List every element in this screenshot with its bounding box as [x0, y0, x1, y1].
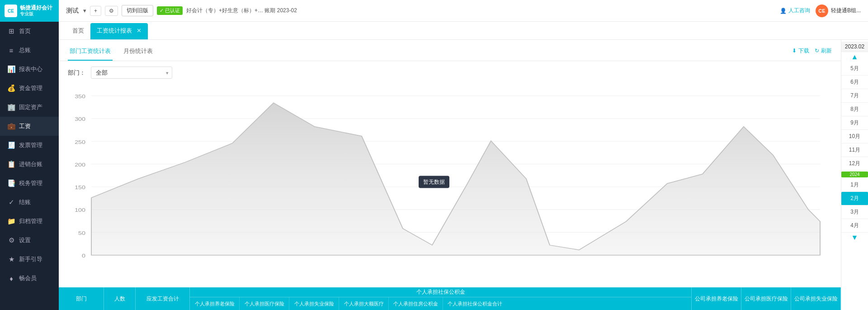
ledger-icon: ≡	[7, 47, 15, 54]
col-medical: 个人承担医疗保险	[240, 297, 289, 310]
sidebar-nav: ⊞ 首页 ≡ 总账 📊 报表中心 💰 资金管理 🏢 固定资产 💼 工资 🧾 发票…	[0, 22, 59, 310]
purchase-icon: 📋	[7, 160, 15, 168]
tax-icon: 📑	[7, 179, 15, 187]
add-button[interactable]: +	[90, 6, 101, 16]
sidebar-item-reports[interactable]: 📊 报表中心	[0, 60, 59, 79]
sidebar-item-label: 结账	[19, 198, 31, 206]
sidebar-item-label: 归档管理	[19, 217, 42, 225]
sidebar-item-label: 设置	[19, 236, 31, 244]
sidebar-item-purchase[interactable]: 📋 进销台账	[0, 155, 59, 174]
month-5[interactable]: 5月	[841, 62, 868, 76]
invoice-icon: 🧾	[7, 141, 15, 149]
reports-icon: 📊	[7, 65, 15, 73]
sidebar-item-settings[interactable]: ⚙ 设置	[0, 231, 59, 250]
sidebar-item-label: 总账	[19, 46, 31, 54]
app-name: 畅捷通好会计	[20, 5, 52, 11]
col-company-medical: 公司承担医疗保险	[741, 287, 791, 310]
svg-text:0: 0	[82, 253, 85, 258]
month-10[interactable]: 10月	[841, 130, 868, 143]
settings-icon: ⚙	[7, 236, 15, 244]
app-logo: CE 畅捷通好会计 专业版	[0, 0, 59, 22]
month-12[interactable]: 12月	[841, 157, 868, 171]
settings-button[interactable]: ⚙	[105, 6, 118, 16]
col-pension: 个人承担养老保险	[190, 297, 240, 310]
svg-text:350: 350	[75, 93, 85, 99]
nav-down-icon[interactable]: ▼	[850, 233, 859, 243]
refresh-action[interactable]: ↻ 刷新	[815, 47, 832, 55]
sidebar-item-home[interactable]: ⊞ 首页	[0, 22, 59, 41]
filter-label: 部门：	[68, 69, 85, 77]
sidebar-item-salary[interactable]: 💼 工资	[0, 117, 59, 136]
chart-area: 350 300 250 200 150 100 50 0	[59, 84, 841, 287]
sidebar-item-tax[interactable]: 📑 税务管理	[0, 174, 59, 193]
sidebar-item-membership[interactable]: ♦ 畅会员	[0, 269, 59, 288]
sidebar-item-label: 首页	[19, 27, 31, 35]
sidebar-item-funds[interactable]: 💰 资金管理	[0, 79, 59, 98]
sidebar-item-guide[interactable]: ★ 新手引导	[0, 250, 59, 269]
download-action[interactable]: ⬇ 下载	[792, 47, 809, 55]
avatar: CE	[816, 5, 828, 17]
month-11[interactable]: 11月	[841, 143, 868, 157]
col-housing-fund: 个人承担住房公积金	[389, 297, 443, 310]
sidebar-item-invoice[interactable]: 🧾 发票管理	[0, 136, 59, 155]
dept-select-wrapper: 全部 ▾	[91, 67, 172, 79]
topbar-tags: 好会计（专）+好生意（标）+… 账期 2023-02	[186, 7, 297, 14]
nav-up-icon[interactable]: ▲	[850, 52, 859, 62]
col-unemployment: 个人承担失业保险	[289, 297, 339, 310]
dept-select[interactable]: 全部	[91, 67, 172, 79]
advisor-button[interactable]: 👤 人工咨询	[780, 7, 810, 14]
topbar-right: 👤 人工咨询 CE 轻捷通B组...	[780, 5, 861, 17]
month-2024-3[interactable]: 3月	[841, 205, 868, 219]
sidebar-item-label: 固定资产	[19, 103, 42, 111]
sub-tab-actions: ⬇ 下载 ↻ 刷新	[792, 47, 832, 58]
sidebar-item-close[interactable]: ✓ 结账	[0, 193, 59, 212]
svg-text:150: 150	[75, 184, 85, 190]
membership-icon: ♦	[7, 275, 15, 282]
switch-old-btn[interactable]: 切到旧版	[122, 5, 153, 16]
main-content: 部门工资统计表 月份统计表 ⬇ 下载 ↻ 刷新 部门： 全部	[59, 40, 841, 310]
sidebar-item-label: 畅会员	[19, 274, 37, 282]
topbar-title: 测试	[66, 7, 79, 15]
month-2024-2[interactable]: 2月	[841, 192, 868, 205]
filter-bar: 部门： 全部 ▾	[59, 61, 841, 84]
month-9[interactable]: 9月	[841, 116, 868, 130]
user-menu[interactable]: CE 轻捷通B组...	[816, 5, 861, 17]
month-2024-4[interactable]: 4月	[841, 219, 868, 233]
guide-icon: ★	[7, 255, 15, 263]
month-8[interactable]: 8月	[841, 103, 868, 116]
app-sub: 专业版	[20, 11, 52, 17]
certified-badge: ✓ 已认证	[157, 6, 183, 15]
svg-text:200: 200	[75, 162, 85, 167]
assets-icon: 🏢	[7, 103, 15, 111]
current-year-display[interactable]: 2023.02	[841, 42, 868, 52]
sidebar-item-label: 发票管理	[19, 141, 42, 149]
close-accounts-icon: ✓	[7, 198, 15, 206]
date-picker-sidebar: 2023.02 ▲ 5月 6月 7月 8月 9月 10月 11月 12月 202…	[841, 40, 868, 310]
logo-icon: CE	[5, 5, 17, 17]
svg-text:250: 250	[75, 139, 85, 145]
home-icon: ⊞	[7, 27, 15, 35]
col-company-pension: 公司承担养老保险	[692, 287, 741, 310]
table-footer: 部门 人数 应发工资合计 个人承担社保公积金 个人承担养老保险 个人承担医疗保险…	[59, 287, 841, 310]
tab-salary-report[interactable]: 工资统计报表 ✕	[90, 23, 148, 39]
col-group-children: 个人承担养老保险 个人承担医疗保险 个人承担失业保险 个人承担大额医疗 个人承担…	[190, 297, 691, 310]
sidebar-item-label: 新手引导	[19, 255, 42, 263]
col-group-personal: 个人承担社保公积金 个人承担养老保险 个人承担医疗保险 个人承担失业保险 个人承…	[190, 287, 692, 310]
col-dept: 部门	[59, 287, 104, 310]
topbar-dropdown-arrow[interactable]: ▾	[83, 7, 86, 14]
svg-text:50: 50	[78, 230, 85, 236]
month-6[interactable]: 6月	[841, 76, 868, 89]
sidebar-item-archive[interactable]: 📁 归档管理	[0, 212, 59, 231]
month-2024-1[interactable]: 1月	[841, 178, 868, 192]
tab-home[interactable]: 首页	[66, 23, 90, 39]
sub-tabbar: 部门工资统计表 月份统计表 ⬇ 下载 ↻ 刷新	[59, 40, 841, 61]
month-7[interactable]: 7月	[841, 89, 868, 103]
sidebar-item-label: 资金管理	[19, 84, 42, 92]
sidebar-item-ledger[interactable]: ≡ 总账	[0, 41, 59, 60]
svg-text:300: 300	[75, 116, 85, 122]
col-large-medical: 个人承担大额医疗	[339, 297, 389, 310]
sidebar-item-assets[interactable]: 🏢 固定资产	[0, 98, 59, 117]
sub-tab-monthly[interactable]: 月份统计表	[122, 44, 155, 61]
sub-tab-dept[interactable]: 部门工资统计表	[68, 44, 113, 61]
tab-close-icon[interactable]: ✕	[137, 27, 142, 34]
